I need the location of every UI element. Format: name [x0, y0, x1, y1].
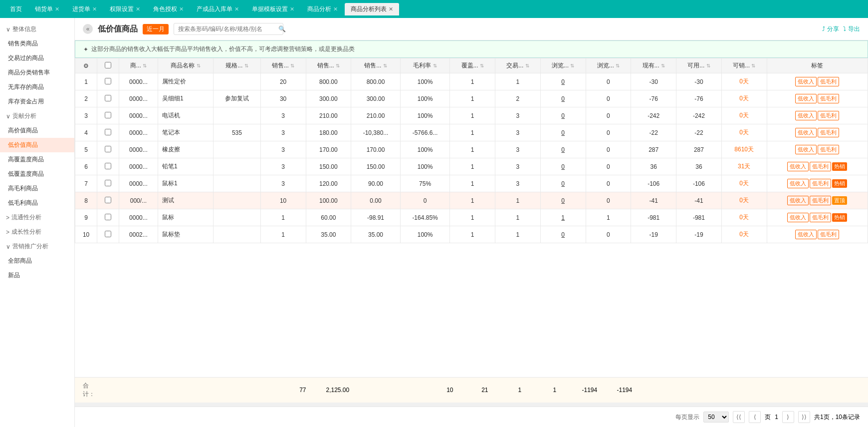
close-icon[interactable]: ✕ — [136, 6, 140, 12]
nav-home[interactable]: 首页 — [4, 3, 28, 15]
col-sellable[interactable]: 可销... ⇅ — [721, 58, 767, 73]
sidebar-item-all-goods[interactable]: 全部商品 — [0, 254, 74, 268]
row-select-checkbox[interactable] — [105, 112, 111, 118]
nav-product-import[interactable]: 产成品入库单 ✕ — [191, 3, 245, 15]
row-checkbox[interactable] — [97, 107, 119, 124]
sidebar-group-asset[interactable]: ∨ 贡献分析 — [0, 109, 74, 123]
sidebar-item-high-value[interactable]: 高价值商品 — [0, 123, 74, 138]
nav-role[interactable]: 角色授权 ✕ — [147, 3, 190, 15]
row-name[interactable]: 鼠标1 — [158, 175, 214, 192]
sidebar-item-category-sales[interactable]: 商品分类销售率 — [0, 65, 74, 80]
select-all-checkbox[interactable] — [105, 62, 111, 68]
browse1-link[interactable]: 0 — [561, 163, 565, 170]
row-name[interactable]: 鼠标垫 — [158, 226, 214, 243]
sidebar-item-low-margin[interactable]: 低毛利商品 — [0, 196, 74, 210]
row-select-checkbox[interactable] — [105, 180, 111, 186]
page-size-select[interactable]: 50 100 200 — [703, 412, 729, 423]
row-browse1[interactable]: 0 — [540, 107, 586, 124]
export-button[interactable]: ⤵ 导出 — [843, 25, 860, 33]
row-browse1[interactable]: 1 — [540, 209, 586, 226]
row-select-checkbox[interactable] — [105, 163, 111, 169]
sidebar-item-sales-category[interactable]: 销售类商品 — [0, 36, 74, 51]
col-settings[interactable]: ⚙ — [75, 58, 97, 73]
row-select-checkbox[interactable] — [105, 214, 111, 220]
row-checkbox[interactable] — [97, 226, 119, 243]
sidebar-group-flow[interactable]: > 流通性分析 — [0, 210, 74, 225]
browse1-link[interactable]: 1 — [561, 214, 565, 221]
first-page-button[interactable]: ⟨⟨ — [733, 411, 745, 423]
browse1-link[interactable]: 0 — [561, 112, 565, 119]
row-name[interactable]: 电话机 — [158, 107, 214, 124]
sidebar-item-no-inventory[interactable]: 无库存的商品 — [0, 80, 74, 94]
row-checkbox[interactable] — [97, 90, 119, 107]
row-select-checkbox[interactable] — [105, 231, 111, 237]
row-checkbox[interactable] — [97, 158, 119, 175]
row-browse1[interactable]: 0 — [540, 124, 586, 141]
search-input[interactable] — [174, 23, 283, 35]
sidebar-group-marketing[interactable]: ∨ 营销推广分析 — [0, 239, 74, 254]
row-checkbox[interactable] — [97, 209, 119, 226]
row-checkbox[interactable] — [97, 124, 119, 141]
row-browse1[interactable]: 0 — [540, 73, 586, 90]
row-select-checkbox[interactable] — [105, 146, 111, 152]
share-button[interactable]: ⤴ 分享 — [822, 25, 839, 33]
col-name[interactable]: 商品名称 ⇅ — [158, 58, 214, 73]
row-browse1[interactable]: 0 — [540, 226, 586, 243]
row-name[interactable]: 鼠标 — [158, 209, 214, 226]
close-icon[interactable]: ✕ — [92, 6, 97, 12]
row-browse1[interactable]: 0 — [540, 141, 586, 158]
next-page-button[interactable]: ⟩ — [782, 411, 794, 423]
sidebar-group-growth[interactable]: > 成长性分析 — [0, 225, 74, 239]
sidebar-item-new-goods[interactable]: 新品 — [0, 268, 74, 283]
col-sales-cost[interactable]: 销售... ⇅ — [351, 58, 401, 73]
row-select-checkbox[interactable] — [105, 78, 111, 84]
col-transaction[interactable]: 交易... ⇅ — [495, 58, 541, 73]
col-browse2[interactable]: 浏览... ⇅ — [586, 58, 631, 73]
col-spec[interactable]: 规格... ⇅ — [214, 58, 261, 73]
row-browse1[interactable]: 0 — [540, 175, 586, 192]
col-coverage[interactable]: 覆盖... ⇅ — [450, 58, 495, 73]
browse1-link[interactable]: 0 — [561, 129, 565, 136]
close-icon[interactable]: ✕ — [179, 6, 184, 12]
row-name[interactable]: 橡皮擦 — [158, 141, 214, 158]
browse1-link[interactable]: 0 — [561, 180, 565, 187]
col-checkbox[interactable] — [97, 58, 119, 73]
row-name[interactable]: 属性定价 — [158, 73, 214, 90]
row-browse1[interactable]: 0 — [540, 192, 586, 209]
last-page-button[interactable]: ⟩⟩ — [798, 411, 810, 423]
time-filter-button[interactable]: 近一月 — [143, 24, 169, 34]
search-icon[interactable]: 🔍 — [278, 25, 286, 32]
row-name[interactable]: 测试 — [158, 192, 214, 209]
col-code[interactable]: 商... ⇅ — [119, 58, 158, 73]
row-select-checkbox[interactable] — [105, 197, 111, 203]
sidebar-item-high-coverage[interactable]: 高覆盖度商品 — [0, 152, 74, 167]
row-select-checkbox[interactable] — [105, 95, 111, 101]
row-checkbox[interactable] — [97, 192, 119, 209]
close-icon[interactable]: ✕ — [234, 6, 239, 12]
row-checkbox[interactable] — [97, 141, 119, 158]
col-sales-amount[interactable]: 销售... ⇅ — [306, 58, 351, 73]
close-icon[interactable]: ✕ — [290, 6, 294, 12]
nav-purchase[interactable]: 进货单 ✕ — [66, 3, 103, 15]
collapse-button[interactable]: « — [83, 24, 93, 34]
col-available[interactable]: 可用... ⇅ — [676, 58, 722, 73]
browse1-link[interactable]: 0 — [561, 231, 565, 238]
browse1-link[interactable]: 0 — [561, 78, 565, 85]
browse1-link[interactable]: 0 — [561, 197, 565, 204]
row-name[interactable]: 铅笔1 — [158, 158, 214, 175]
close-icon[interactable]: ✕ — [55, 6, 59, 12]
row-select-checkbox[interactable] — [105, 129, 111, 135]
close-icon[interactable]: ✕ — [333, 6, 338, 12]
sidebar-item-inventory-occupy[interactable]: 库存资金占用 — [0, 94, 74, 109]
sidebar-item-high-margin[interactable]: 高毛利商品 — [0, 181, 74, 196]
col-current-stock[interactable]: 现有... ⇅ — [631, 58, 676, 73]
browse1-link[interactable]: 0 — [561, 146, 565, 153]
nav-sales[interactable]: 销货单 ✕ — [29, 3, 65, 15]
row-checkbox[interactable] — [97, 73, 119, 90]
sidebar-item-low-value[interactable]: 低价值商品 — [0, 138, 74, 152]
row-browse1[interactable]: 0 — [540, 158, 586, 175]
row-name[interactable]: 笔记本 — [158, 124, 214, 141]
sidebar-item-traded[interactable]: 交易过的商品 — [0, 51, 74, 65]
col-sales-qty[interactable]: 销售... ⇅ — [260, 58, 306, 73]
horizontal-scrollbar[interactable] — [75, 403, 868, 407]
